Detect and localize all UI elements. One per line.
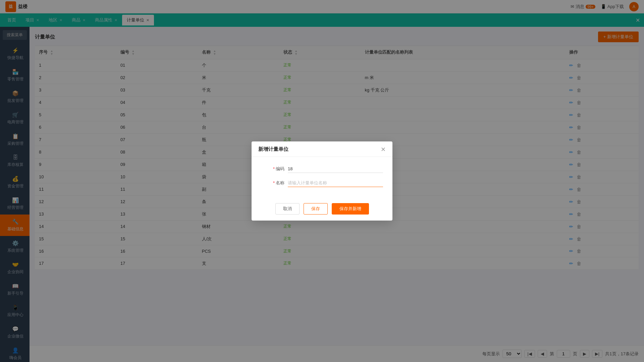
dialog-body: *编码 *名称 bbox=[252, 157, 392, 198]
cancel-button[interactable]: 取消 bbox=[275, 203, 300, 215]
code-required-star: * bbox=[273, 166, 275, 171]
name-required-star: * bbox=[273, 180, 275, 185]
code-input[interactable] bbox=[288, 165, 383, 173]
dialog-overlay[interactable]: 新增计量单位 ✕ *编码 *名称 取消 保存 保存并新增 bbox=[0, 0, 644, 362]
save-new-button[interactable]: 保存并新增 bbox=[332, 203, 369, 215]
dialog-close-btn[interactable]: ✕ bbox=[381, 146, 386, 153]
code-label: *编码 bbox=[261, 166, 284, 172]
dialog: 新增计量单位 ✕ *编码 *名称 取消 保存 保存并新增 bbox=[252, 141, 392, 221]
dialog-footer: 取消 保存 保存并新增 bbox=[252, 198, 392, 221]
dialog-title: 新增计量单位 bbox=[258, 146, 288, 153]
dialog-header: 新增计量单位 ✕ bbox=[252, 141, 392, 157]
form-row-code: *编码 bbox=[261, 165, 383, 173]
form-row-name: *名称 bbox=[261, 179, 383, 187]
save-button[interactable]: 保存 bbox=[304, 203, 328, 215]
name-label: *名称 bbox=[261, 180, 284, 186]
name-input[interactable] bbox=[288, 179, 383, 187]
